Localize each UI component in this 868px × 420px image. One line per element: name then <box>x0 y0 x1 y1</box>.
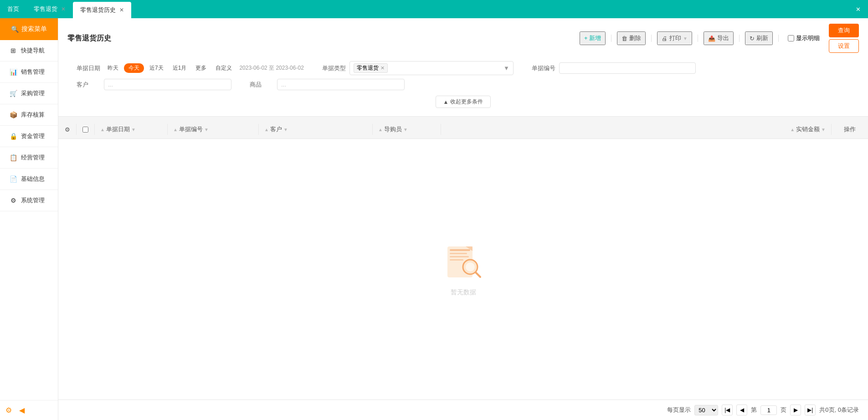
sort-down-icon-date: ▼ <box>131 127 136 132</box>
settings-bottom-icon[interactable]: ⚙ <box>5 406 12 415</box>
svg-rect-1 <box>450 249 470 251</box>
sidebar-search[interactable]: 🔍 搜索菜单 <box>0 18 58 40</box>
export-icon: 📤 <box>708 35 715 42</box>
delete-icon: 🗑 <box>621 35 627 42</box>
collapse-row: ▲ 收起更多条件 <box>77 94 850 112</box>
date-btn-today[interactable]: 今天 <box>124 63 144 73</box>
th-date[interactable]: ▲ 单据日期 ▼ <box>95 124 168 135</box>
show-detail-wrapper: 显示明细 <box>788 34 820 42</box>
collapse-button[interactable]: ▲ 收起更多条件 <box>436 96 491 108</box>
search-icon: 🔍 <box>11 26 19 33</box>
delete-button[interactable]: 🗑 删除 <box>617 31 646 45</box>
sidebar: 🔍 搜索菜单 ⊞ 快捷导航 📊 销售管理 🛒 采购管理 📦 库存核算 🔒 资金管… <box>0 18 58 420</box>
th-customer[interactable]: ▲ 客户 ▼ <box>259 124 373 135</box>
operation-icon: 📋 <box>9 154 17 162</box>
date-btn-7days[interactable]: 近7天 <box>146 63 167 73</box>
collapse-sidebar-icon[interactable]: ◀ <box>19 406 25 415</box>
sidebar-item-sales[interactable]: 📊 销售管理 <box>0 61 58 83</box>
th-checkbox[interactable] <box>77 124 95 135</box>
toolbar-divider-2 <box>651 35 652 42</box>
svg-point-6 <box>466 262 475 271</box>
th-guide[interactable]: ▲ 导购员 ▼ <box>373 124 441 135</box>
bill-no-label: 单据编号 <box>532 64 559 72</box>
svg-rect-2 <box>450 253 467 254</box>
settings-button[interactable]: 设置 <box>829 39 859 53</box>
print-dropdown-arrow: ▼ <box>683 36 688 41</box>
sidebar-item-basic[interactable]: 📄 基础信息 <box>0 169 58 190</box>
bill-type-tag-close[interactable]: ✕ <box>380 65 385 71</box>
date-range-display: 2023-06-02 至 2023-06-02 <box>239 64 303 72</box>
close-all-tabs[interactable]: ✕ <box>856 6 868 13</box>
toolbar-divider-1 <box>611 35 611 42</box>
sort-down-icon-customer: ▼ <box>283 127 288 132</box>
pagination-bar: 每页显示 50 10 20 100 |◀ ◀ 第 页 ▶ ▶| 共0页, 0条记… <box>58 400 868 420</box>
customer-label: 客户 <box>77 81 104 89</box>
page-last-btn[interactable]: ▶| <box>805 405 816 415</box>
sidebar-item-operation[interactable]: 📋 经营管理 <box>0 147 58 169</box>
date-btn-1month[interactable]: 近1月 <box>169 63 190 73</box>
page-number-input[interactable] <box>760 405 777 415</box>
refresh-button[interactable]: ↻ 刷新 <box>745 31 773 45</box>
sort-up-icon-billno: ▲ <box>173 127 178 132</box>
th-billno[interactable]: ▲ 单据编号 ▼ <box>168 124 259 135</box>
tab-retail-return[interactable]: 零售退货 ✕ <box>26 0 73 18</box>
th-amount[interactable]: ▲ 实销金额 ▼ <box>441 124 832 135</box>
query-button[interactable]: 查询 <box>829 24 859 37</box>
date-filters: 昨天 今天 近7天 近1月 更多 自定义 2023-06-02 至 2023-0… <box>104 63 304 73</box>
page-label: 第 <box>751 406 757 414</box>
bill-no-input[interactable] <box>559 62 696 74</box>
toolbar-divider-4 <box>739 35 740 42</box>
print-icon: 🖨 <box>662 35 668 42</box>
page-first-btn[interactable]: |◀ <box>722 405 733 415</box>
page-header: 零售退货历史 + 新增 🗑 删除 🖨 打印 ▼ <box>58 18 868 117</box>
sidebar-item-purchase[interactable]: 🛒 采购管理 <box>0 83 58 104</box>
export-button[interactable]: 📤 导出 <box>704 31 734 45</box>
filter-area: 单据日期 昨天 今天 近7天 近1月 更多 自定义 2023-06-02 至 2… <box>67 56 859 116</box>
goods-placeholder: ... <box>281 81 286 88</box>
customer-placeholder: ... <box>108 81 113 88</box>
goods-select[interactable]: ... <box>277 79 405 90</box>
date-btn-yesterday[interactable]: 昨天 <box>104 63 122 73</box>
page-title: 零售退货历史 <box>67 34 111 43</box>
page-next-btn[interactable]: ▶ <box>790 405 801 415</box>
goods-label: 商品 <box>250 81 277 89</box>
sidebar-item-quick-nav[interactable]: ⊞ 快捷导航 <box>0 40 58 61</box>
bill-type-select[interactable]: 零售退货 ✕ ▼ <box>349 61 514 75</box>
sidebar-item-finance[interactable]: 🔒 资金管理 <box>0 126 58 147</box>
sidebar-item-inventory[interactable]: 📦 库存核算 <box>0 104 58 126</box>
show-detail-checkbox[interactable] <box>788 35 794 41</box>
customer-select[interactable]: ... <box>104 79 231 90</box>
close-tab-retail-return[interactable]: ✕ <box>61 6 66 12</box>
th-settings[interactable]: ⚙ <box>58 124 77 135</box>
sidebar-item-system[interactable]: ⚙ 系统管理 <box>0 190 58 211</box>
date-btn-custom[interactable]: 自定义 <box>212 63 236 73</box>
date-btn-more[interactable]: 更多 <box>192 63 210 73</box>
page-size-select[interactable]: 50 10 20 100 <box>694 405 718 415</box>
system-icon: ⚙ <box>9 196 17 205</box>
page-prev-btn[interactable]: ◀ <box>736 405 747 415</box>
bill-type-tag: 零售退货 ✕ <box>354 63 388 73</box>
svg-rect-4 <box>450 259 463 261</box>
sales-icon: 📊 <box>9 68 17 76</box>
filter-row-2: 客户 ... 商品 ... <box>77 79 850 90</box>
empty-state: 暂无数据 <box>58 139 868 400</box>
sort-up-icon-date: ▲ <box>100 127 105 132</box>
bill-type-dropdown-arrow: ▼ <box>503 65 509 72</box>
tab-home[interactable]: 首页 <box>0 0 26 18</box>
table-header: ⚙ ▲ 单据日期 ▼ ▲ 单据编号 ▼ ▲ 客户 ▼ <box>58 120 868 139</box>
select-all-checkbox[interactable] <box>82 127 88 133</box>
sidebar-bottom: ⚙ ◀ <box>0 400 58 420</box>
sort-down-icon-amount: ▼ <box>821 127 826 132</box>
basic-icon: 📄 <box>9 175 17 183</box>
page-unit: 页 <box>781 406 786 414</box>
filter-row-1: 单据日期 昨天 今天 近7天 近1月 更多 自定义 2023-06-02 至 2… <box>77 61 850 75</box>
sort-up-icon-guide: ▲ <box>378 127 383 132</box>
close-tab-retail-return-history[interactable]: ✕ <box>119 7 124 13</box>
toolbar-divider-5 <box>778 35 779 42</box>
add-button[interactable]: + 新增 <box>580 31 606 45</box>
tab-retail-return-history[interactable]: 零售退货历史 ✕ <box>73 2 131 18</box>
sort-down-icon-billno: ▼ <box>204 127 209 132</box>
collapse-up-icon: ▲ <box>443 99 449 105</box>
refresh-icon: ↻ <box>750 35 755 42</box>
print-button[interactable]: 🖨 打印 ▼ <box>657 31 692 45</box>
